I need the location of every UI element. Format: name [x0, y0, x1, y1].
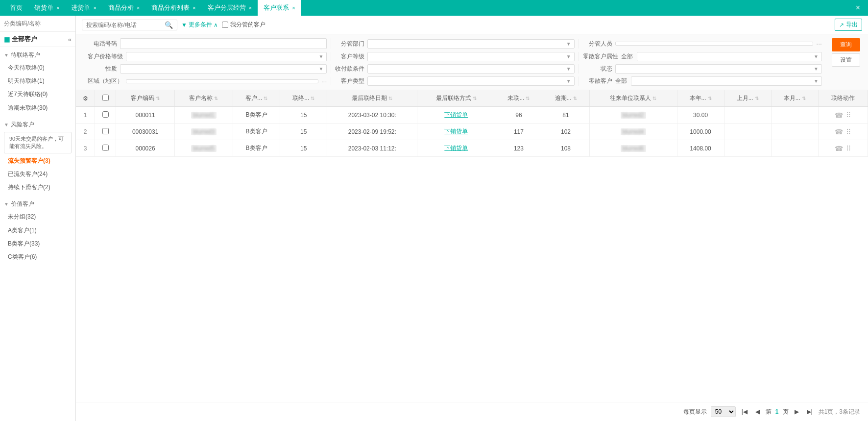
filter-payment-select[interactable]: ▼	[367, 64, 574, 74]
filter-region-dots[interactable]: ···	[321, 77, 327, 85]
th-type[interactable]: 客户...⇅	[233, 90, 280, 107]
toolbar-search-button[interactable]: 🔍	[165, 21, 173, 29]
action-more-icon-1[interactable]: ⠿	[846, 128, 851, 136]
close-product-analysis-list-icon[interactable]: ×	[193, 5, 195, 11]
select-all-checkbox[interactable]	[102, 95, 109, 101]
sidebar-item-overdue[interactable]: 逾期未联络(30)	[0, 101, 75, 115]
th-settings[interactable]: ⚙	[76, 90, 95, 107]
nav-product-analysis[interactable]: 商品分析 ×	[102, 0, 145, 16]
filter-settings-button[interactable]: 设置	[832, 53, 860, 67]
my-customer-checkbox-label[interactable]: 我分管的客户	[222, 21, 265, 29]
close-sales-icon[interactable]: ×	[56, 5, 59, 11]
filter-scatter-cust-select[interactable]: ▼	[631, 76, 822, 86]
cell-contact-0: 15	[280, 107, 327, 124]
filter-region-input[interactable]	[126, 79, 318, 83]
sidebar-item-ungrouped[interactable]: 未分组(32)	[0, 210, 75, 223]
row-checkbox-1[interactable]	[102, 128, 109, 134]
cell-thismonth-2	[771, 140, 818, 157]
sidebar-item-churned[interactable]: 已流失客户(24)	[0, 168, 75, 181]
action-call-icon-2[interactable]: ☎	[835, 145, 843, 152]
filter-scatter-cust-label: 零散客户	[583, 77, 612, 85]
action-call-icon-1[interactable]: ☎	[835, 128, 843, 136]
filter-phone-input[interactable]	[120, 38, 327, 49]
sidebar-item-class-c[interactable]: C类客户(6)	[0, 250, 75, 264]
per-page-select[interactable]: 50 100 200	[711, 406, 736, 417]
th-last-method[interactable]: 最后联络方式⇅	[417, 90, 495, 107]
th-contact-person[interactable]: 往来单位联系人⇅	[589, 90, 677, 107]
page-prev-icon[interactable]: ◀	[753, 408, 762, 415]
nav-home[interactable]: 首页	[4, 0, 28, 16]
filter-dept-select[interactable]: ▼	[367, 39, 574, 49]
th-not-contact[interactable]: 未联...⇅	[495, 90, 542, 107]
sidebar-collapse-icon[interactable]: «	[68, 36, 72, 43]
method-link-0[interactable]: 下销货单	[444, 111, 468, 118]
my-customer-checkbox[interactable]	[222, 22, 228, 28]
sidebar-item-class-b[interactable]: B类客户(33)	[0, 237, 75, 250]
sidebar-item-7days[interactable]: 近7天待联络(0)	[0, 88, 75, 101]
page-last-icon[interactable]: ▶|	[805, 408, 815, 415]
sidebar-item-tomorrow[interactable]: 明天待联络(1)	[0, 74, 75, 88]
customer-table: ⚙ 客户编码⇅ 客户名称⇅ 客户...⇅ 联络...⇅ 最后联络日期⇅ 最后联络…	[76, 90, 868, 157]
filter-scatter-attr-label: 零散客户属性	[583, 52, 618, 61]
close-customer-tier-icon[interactable]: ×	[249, 5, 252, 11]
sidebar-item-churn-warning[interactable]: 流失预警客户(3)	[0, 154, 75, 168]
status-chevron-icon: ▼	[814, 66, 819, 72]
th-last-date[interactable]: 最后联络日期⇅	[327, 90, 417, 107]
cell-code-2: 000026	[116, 140, 174, 157]
action-more-icon-2[interactable]: ⠿	[846, 145, 851, 152]
toolbar-search-input[interactable]	[86, 22, 165, 28]
th-this-year[interactable]: 本年...⇅	[677, 90, 724, 107]
filter-cust-type-select[interactable]: ▼	[367, 76, 574, 86]
action-call-icon-0[interactable]: ☎	[835, 111, 843, 119]
filter-cell-dept: 分管部门 ▼	[331, 39, 579, 49]
filter-price-tier-select[interactable]: ▼	[126, 52, 327, 61]
page-next-icon[interactable]: ▶	[793, 408, 801, 415]
method-link-2[interactable]: 下销货单	[444, 145, 468, 151]
export-button[interactable]: ↗ 导出	[835, 19, 862, 31]
nav-customer-contact[interactable]: 客户联系 ×	[258, 0, 301, 16]
filter-status-label: 状态	[583, 65, 612, 73]
th-code[interactable]: 客户编码⇅	[116, 90, 174, 107]
nav-purchase[interactable]: 进货单 ×	[65, 0, 102, 16]
cell-check-2	[95, 140, 116, 157]
page-first-icon[interactable]: |◀	[740, 408, 749, 415]
nav-sales[interactable]: 销货单 ×	[28, 0, 65, 16]
nature-chevron-icon: ▼	[318, 66, 323, 72]
filter-cust-tier-select[interactable]: ▼	[367, 52, 574, 61]
filter-person-dots[interactable]: ···	[816, 40, 822, 48]
nav-customer-tier[interactable]: 客户分层经营 ×	[202, 0, 258, 16]
sidebar-group-pending-title[interactable]: ▼ 待联络客户	[0, 49, 75, 61]
row-checkbox-2[interactable]	[102, 145, 109, 151]
method-link-1[interactable]: 下销货单	[444, 128, 468, 135]
action-more-icon-0[interactable]: ⠿	[846, 111, 851, 119]
sidebar-item-today[interactable]: 今天待联络(0)	[0, 61, 75, 74]
cell-person-0: blurred2	[589, 107, 677, 124]
sidebar-root-label[interactable]: 全部客户	[12, 35, 37, 44]
filter-more-button[interactable]: ▼ 更多条件 ∧	[181, 21, 218, 29]
query-button[interactable]: 查询	[832, 38, 860, 51]
close-product-analysis-icon[interactable]: ×	[137, 5, 140, 11]
close-customer-contact-icon[interactable]: ×	[292, 5, 295, 11]
nav-product-analysis-list[interactable]: 商品分析列表 ×	[145, 0, 201, 16]
th-contact[interactable]: 联络...⇅	[280, 90, 327, 107]
filter-status-select[interactable]: ▼	[615, 64, 822, 74]
filter-chevron-icon: ∧	[214, 22, 218, 28]
sidebar-group-risk-title[interactable]: ▼ 风险客户	[0, 119, 75, 131]
sidebar-item-class-a[interactable]: A类客户(1)	[0, 224, 75, 237]
filter-person-select[interactable]	[615, 42, 814, 46]
th-overdue[interactable]: 逾期...⇅	[542, 90, 589, 107]
sidebar-group-value-title[interactable]: ▼ 价值客户	[0, 198, 75, 210]
cell-action-0: ☎ ⠿	[818, 107, 868, 124]
cell-person-1: blurred4	[589, 124, 677, 140]
filter-scatter-attr-select[interactable]: ▼	[637, 52, 822, 61]
window-close-button[interactable]: ×	[852, 3, 864, 12]
sidebar-item-declining[interactable]: 持续下滑客户(2)	[0, 181, 75, 194]
sidebar-search-input[interactable]	[4, 20, 76, 27]
filter-cust-tier-label: 客户等级	[335, 52, 364, 61]
close-purchase-icon[interactable]: ×	[93, 5, 96, 11]
row-checkbox-0[interactable]	[102, 111, 109, 118]
th-this-month[interactable]: 本月...⇅	[771, 90, 818, 107]
th-last-month[interactable]: 上月...⇅	[724, 90, 771, 107]
filter-nature-select[interactable]: ▼	[120, 64, 327, 74]
th-name[interactable]: 客户名称⇅	[174, 90, 233, 107]
